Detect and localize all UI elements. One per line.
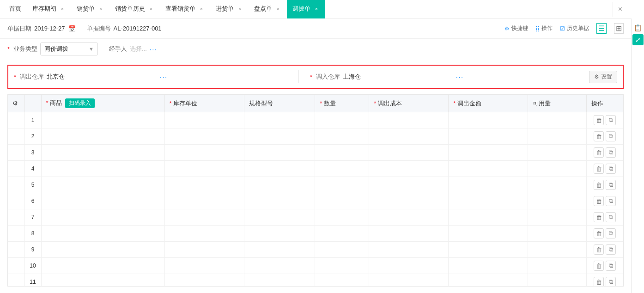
business-type-select[interactable]: 同价调拨 ▼ [40,43,98,55]
row-cost[interactable] [369,128,449,145]
row-delete-icon[interactable]: 🗑 [594,147,604,158]
row-spec[interactable] [244,193,315,209]
row-copy-icon[interactable]: ⧉ [606,212,616,222]
person-dots[interactable]: ··· [150,46,158,53]
source-warehouse-dots[interactable]: ··· [160,73,168,80]
row-available[interactable] [528,177,586,193]
row-amount[interactable] [449,274,528,287]
row-product[interactable] [41,193,164,209]
row-unit[interactable] [164,274,244,287]
tab-purchase-close[interactable]: × [237,6,243,12]
row-amount[interactable] [449,145,528,161]
row-cost[interactable] [369,112,449,128]
row-delete-icon[interactable]: 🗑 [594,180,604,190]
settings-button[interactable]: ⚙ 设置 [589,71,617,83]
row-qty[interactable] [315,209,369,226]
tab-inventory-close[interactable]: × [275,6,281,12]
person-select[interactable]: 选择... [130,45,147,53]
tab-stock-init[interactable]: 库存期初 × [27,0,71,18]
row-amount[interactable] [449,258,528,274]
window-close-button[interactable]: × [613,2,627,17]
row-copy-icon[interactable]: ⧉ [606,196,616,206]
row-delete-icon[interactable]: 🗑 [594,261,604,271]
tab-sales-order[interactable]: 销货单 × [71,0,109,18]
row-product[interactable] [41,145,164,161]
row-qty[interactable] [315,226,369,242]
row-qty[interactable] [315,145,369,161]
row-available[interactable] [528,193,586,209]
row-available[interactable] [528,226,586,242]
th-settings[interactable]: ⚙ [8,95,24,112]
view1-action[interactable]: ☰ [596,23,607,34]
row-delete-icon[interactable]: 🗑 [594,196,604,206]
tab-transfer[interactable]: 调拨单 × [287,0,325,18]
row-product[interactable] [41,226,164,242]
row-delete-icon[interactable]: 🗑 [594,228,604,238]
tab-sales-order-close[interactable]: × [97,6,104,12]
shortcut-action[interactable]: ⚙ 快捷键 [504,24,528,32]
tab-sales-history-close[interactable]: × [148,6,154,12]
row-available[interactable] [528,258,586,274]
row-qty[interactable] [315,274,369,287]
sidebar-note-icon[interactable]: 📋 [632,22,644,33]
tab-view-sales-close[interactable]: × [198,6,205,12]
row-available[interactable] [528,145,586,161]
row-product[interactable] [41,128,164,145]
row-copy-icon[interactable]: ⧉ [606,180,616,190]
tab-home[interactable]: 首页 [4,0,27,18]
row-spec[interactable] [244,258,315,274]
tab-purchase[interactable]: 进货单 × [210,0,249,18]
row-cost[interactable] [369,161,449,177]
tab-view-sales[interactable]: 查看销货单 × [160,0,210,18]
row-available[interactable] [528,161,586,177]
row-available[interactable] [528,242,586,258]
tab-inventory[interactable]: 盘点单 × [249,0,287,18]
row-spec[interactable] [244,128,315,145]
row-delete-icon[interactable]: 🗑 [594,212,604,222]
row-delete-icon[interactable]: 🗑 [594,244,604,255]
row-available[interactable] [528,209,586,226]
row-available[interactable] [528,274,586,287]
row-unit[interactable] [164,161,244,177]
row-spec[interactable] [244,242,315,258]
row-cost[interactable] [369,274,449,287]
row-spec[interactable] [244,161,315,177]
row-amount[interactable] [449,161,528,177]
row-unit[interactable] [164,145,244,161]
row-cost[interactable] [369,209,449,226]
row-cost[interactable] [369,226,449,242]
target-warehouse-dots[interactable]: ··· [456,73,464,80]
row-qty[interactable] [315,258,369,274]
row-unit[interactable] [164,258,244,274]
row-amount[interactable] [449,193,528,209]
row-available[interactable] [528,128,586,145]
row-copy-icon[interactable]: ⧉ [606,261,616,271]
row-cost[interactable] [369,145,449,161]
row-copy-icon[interactable]: ⧉ [606,244,616,255]
row-unit[interactable] [164,177,244,193]
history-action[interactable]: ☑ 历史单据 [560,24,589,32]
row-copy-icon[interactable]: ⧉ [606,277,616,286]
row-amount[interactable] [449,226,528,242]
row-qty[interactable] [315,161,369,177]
scan-input-button[interactable]: 扫码录入 [65,98,95,108]
row-unit[interactable] [164,128,244,145]
row-cost[interactable] [369,242,449,258]
row-amount[interactable] [449,177,528,193]
tab-stock-init-close[interactable]: × [59,6,66,12]
row-unit[interactable] [164,242,244,258]
row-qty[interactable] [315,128,369,145]
row-product[interactable] [41,112,164,128]
sidebar-expand-icon[interactable]: ⤢ [632,34,644,45]
row-delete-icon[interactable]: 🗑 [594,115,604,125]
row-cost[interactable] [369,258,449,274]
row-cost[interactable] [369,193,449,209]
row-spec[interactable] [244,226,315,242]
row-spec[interactable] [244,145,315,161]
row-unit[interactable] [164,226,244,242]
row-qty[interactable] [315,242,369,258]
row-amount[interactable] [449,112,528,128]
view2-action[interactable]: ⊞ [614,23,624,34]
row-delete-icon[interactable]: 🗑 [594,131,604,141]
row-copy-icon[interactable]: ⧉ [606,147,616,158]
